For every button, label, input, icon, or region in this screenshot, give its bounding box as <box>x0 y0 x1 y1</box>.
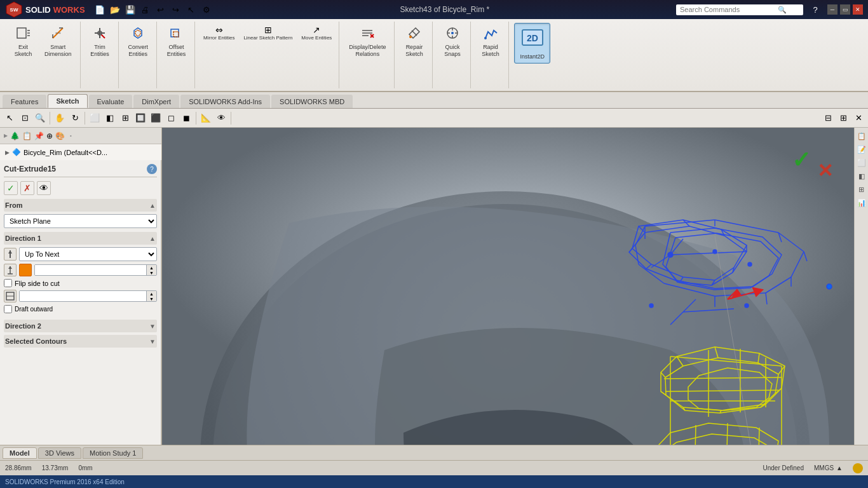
print-button[interactable]: 🖨 <box>139 3 153 17</box>
bottom-tab-3dviews[interactable]: 3D Views <box>38 447 81 459</box>
tree-icon-features[interactable]: 🌲 <box>10 132 20 140</box>
tree-icon-config[interactable]: 📌 <box>34 132 44 140</box>
viewport[interactable]: Y X Z ✓ ✕ 📋 📝 ⬜ ◧ ⊞ 📊 <box>162 128 868 445</box>
select-button[interactable]: ↖ <box>184 3 198 17</box>
toolbar-zoom-fit[interactable]: ⊡ <box>18 111 32 125</box>
selected-contours-section-header[interactable]: Selected Contours ▼ <box>4 335 157 348</box>
title-bar: SW SOLIDWORKS 📄 📂 💾 🖨 ↩ ↪ ↖ ⚙ Sketch43 o… <box>0 0 868 19</box>
reject-cross[interactable]: ✕ <box>817 159 833 182</box>
svg-marker-33 <box>8 250 12 254</box>
toolbar-display3[interactable]: ◻ <box>164 111 178 125</box>
toolbar-display2[interactable]: ⬛ <box>149 111 163 125</box>
tab-addins[interactable]: SOLIDWORKS Add-Ins <box>180 95 270 108</box>
toolbar-collapse[interactable]: ⊟ <box>821 111 835 125</box>
toolbar-select[interactable]: ↖ <box>3 111 17 125</box>
dir1-depth-icon[interactable] <box>4 264 17 276</box>
toolbar-view3[interactable]: ⊞ <box>118 111 132 125</box>
tree-icon-properties[interactable]: 📋 <box>22 132 32 140</box>
exit-sketch-button[interactable]: ExitSketch <box>9 23 37 60</box>
toolbar-display1[interactable]: 🔲 <box>133 111 147 125</box>
toolbar-view1[interactable]: ⬜ <box>88 111 102 125</box>
tab-evaluate[interactable]: Evaluate <box>89 95 133 108</box>
depth-down[interactable]: ▼ <box>146 270 156 275</box>
tab-mbd[interactable]: SOLIDWORKS MBD <box>271 95 353 108</box>
undo-button[interactable]: ↩ <box>154 3 168 17</box>
panel-header: Cut-Extrude15 ? <box>4 164 157 177</box>
instant2d-button[interactable]: 2D Instant2D <box>514 23 550 64</box>
draft-outward-checkbox[interactable] <box>4 305 12 313</box>
save-button[interactable]: 💾 <box>123 3 137 17</box>
repair-label: RepairSketch <box>405 44 423 58</box>
toolbar-zoom-area[interactable]: 🔍 <box>33 111 47 125</box>
offset-icon <box>169 25 184 43</box>
minimize-button[interactable]: ─ <box>827 4 837 15</box>
bottom-tab-model[interactable]: Model <box>3 447 37 459</box>
instant2d-group: 2D Instant2D <box>510 22 554 88</box>
toolbar-hide[interactable]: 👁 <box>214 111 228 125</box>
from-section-header[interactable]: From ▲ <box>4 199 157 212</box>
rp-icon-1[interactable]: 📋 <box>856 130 867 142</box>
tree-icon-add[interactable]: ⊕ <box>46 132 53 140</box>
depth-input[interactable] <box>35 265 146 275</box>
offset-entities-button[interactable]: OffsetEntities <box>162 23 191 60</box>
tab-sketch[interactable]: Sketch <box>48 94 87 108</box>
move-entities-button[interactable]: ↗ Move Entities <box>298 23 335 43</box>
restore-button[interactable]: ▭ <box>840 4 850 15</box>
selected-contours-label: Selected Contours <box>5 337 67 345</box>
search-input[interactable] <box>680 6 775 13</box>
mirror-entities-button[interactable]: ⇔ Mirror Entities <box>200 23 238 43</box>
bottom-tab-motion1[interactable]: Motion Study 1 <box>83 447 143 459</box>
close-button[interactable]: ✕ <box>853 4 863 15</box>
draft-input[interactable] <box>20 291 146 301</box>
convert-entities-button[interactable]: ConvertEntities <box>124 23 153 60</box>
svg-rect-2 <box>17 28 26 38</box>
flip-checkbox[interactable] <box>4 279 12 287</box>
rp-icon-3[interactable]: ⬜ <box>856 157 867 168</box>
toolbar-display4[interactable]: ◼ <box>179 111 193 125</box>
repair-sketch-button[interactable]: RepairSketch <box>400 23 428 60</box>
accept-check[interactable]: ✓ <box>792 147 811 173</box>
dir1-icon[interactable] <box>4 248 17 261</box>
ok-button[interactable]: ✓ <box>4 181 18 195</box>
status-warning[interactable] <box>853 463 863 473</box>
redo-button[interactable]: ↪ <box>169 3 183 17</box>
rp-icon-2[interactable]: 📝 <box>856 144 867 155</box>
rp-icon-6[interactable]: 📊 <box>856 197 867 208</box>
cancel-button[interactable]: ✗ <box>20 181 34 195</box>
preview-button[interactable]: 👁 <box>37 181 51 195</box>
draft-up[interactable]: ▲ <box>146 291 156 296</box>
tree-item-bicycle-rim[interactable]: ▶ 🔷 Bicycle_Rim (Default<<D... <box>3 147 159 158</box>
toolbar-view2[interactable]: ◧ <box>103 111 117 125</box>
toolbar-rotate[interactable]: ↻ <box>68 111 82 125</box>
draft-icon[interactable] <box>4 290 17 302</box>
tree-expand-arrow[interactable]: ▶ <box>4 133 8 139</box>
options-button[interactable]: ⚙ <box>200 3 214 17</box>
search-box[interactable]: 🔍 <box>676 4 803 15</box>
toolbar-expand[interactable]: ⊞ <box>836 111 850 125</box>
direction1-section-header[interactable]: Direction 1 ▲ <box>4 232 157 245</box>
sketch-tools-group: ExitSketch ⟺ SmartDimension <box>5 22 81 88</box>
tab-dimxpert[interactable]: DimXpert <box>133 95 179 108</box>
toolbar-section[interactable]: 📐 <box>199 111 213 125</box>
direction2-section-header[interactable]: Direction 2 ▼ <box>4 320 157 332</box>
depth-up[interactable]: ▲ <box>146 265 156 270</box>
tab-features[interactable]: Features <box>3 95 46 108</box>
rapid-sketch-button[interactable]: RapidSketch <box>476 23 505 60</box>
quick-snaps-button[interactable]: QuickSnaps <box>438 23 466 60</box>
question-button[interactable]: ? <box>808 3 822 17</box>
rp-icon-4[interactable]: ◧ <box>856 170 867 182</box>
toolbar-close[interactable]: ✕ <box>851 111 865 125</box>
trim-entities-button[interactable]: TrimEntities <box>86 23 114 60</box>
from-select[interactable]: Sketch Plane Surface/Face/Plane Vertex O… <box>4 214 157 228</box>
draft-down[interactable]: ▼ <box>146 296 156 301</box>
tree-icon-appearance[interactable]: 🎨 <box>55 132 65 140</box>
panel-help-button[interactable]: ? <box>147 164 157 174</box>
smart-dimension-button[interactable]: ⟺ SmartDimension <box>40 23 76 60</box>
open-button[interactable]: 📂 <box>108 3 122 17</box>
linear-sketch-button[interactable]: ⊞ Linear Sketch Pattern <box>240 23 295 43</box>
direction1-select[interactable]: Up To Next Blind Through All Mid Plane <box>19 247 157 261</box>
new-button[interactable]: 📄 <box>93 3 107 17</box>
rp-icon-5[interactable]: ⊞ <box>856 184 867 195</box>
toolbar-pan[interactable]: ✋ <box>53 111 67 125</box>
display-delete-button[interactable]: Display/DeleteRelations <box>344 23 390 60</box>
